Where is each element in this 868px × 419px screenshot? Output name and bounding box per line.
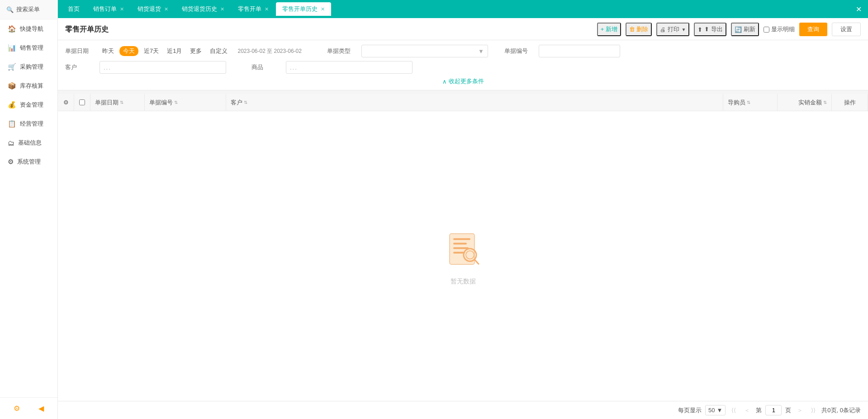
tab-retail-history[interactable]: 零售开单历史 ✕: [276, 2, 331, 16]
date-option-yesterday[interactable]: 昨天: [100, 46, 117, 56]
add-button[interactable]: + 新增: [597, 23, 621, 36]
print-button-label: 打印: [668, 25, 679, 33]
window-close-icon[interactable]: ✕: [853, 4, 864, 14]
settings-button-label: 设置: [840, 26, 852, 33]
th-guide-label: 导购员: [728, 99, 745, 107]
delete-button-label: 🗑 删除: [629, 25, 649, 33]
show-detail-label: 显示明细: [771, 25, 795, 33]
collapse-sidebar-icon[interactable]: ◀: [37, 402, 46, 414]
query-button-label: 查询: [807, 26, 819, 33]
sidebar-item-finance[interactable]: 💰 资金管理: [0, 95, 57, 114]
empty-state: 暂无数据: [58, 111, 868, 401]
sidebar-item-label: 销售管理: [20, 44, 43, 52]
refresh-icon: 🔄: [735, 26, 742, 33]
sidebar-item-system[interactable]: ⚙ 系统管理: [0, 152, 57, 171]
collapse-up-icon: ∧: [442, 78, 447, 85]
next-page-btn[interactable]: ＞: [795, 405, 805, 415]
prev-page-btn[interactable]: ＜: [742, 405, 752, 415]
sidebar-item-inventory[interactable]: 📦 库存核算: [0, 76, 57, 95]
sidebar-item-sales-mgmt[interactable]: 📊 销售管理: [0, 38, 57, 57]
query-button[interactable]: 查询: [799, 23, 827, 36]
filter-area: 单据日期 昨天 今天 近7天 近1月 更多 自定义 2023-06-02 至 2…: [58, 40, 868, 90]
table-area: ⚙ 单据日期 ⇅ 单据编号 ⇅ 客户 ⇅ 导购员: [58, 94, 868, 419]
date-filter-label: 单据日期: [65, 47, 92, 55]
th-ops-label: 操作: [844, 99, 856, 107]
th-guide[interactable]: 导购员 ⇅: [723, 94, 778, 111]
collapse-filters-btn[interactable]: ∧ 收起更多条件: [65, 77, 861, 85]
page-number-input[interactable]: [765, 405, 782, 415]
settings-bottom-icon[interactable]: ⚙: [12, 402, 22, 414]
sidebar-item-basic-info[interactable]: 🗂 基础信息: [0, 133, 57, 152]
total-info: 共0页, 0条记录: [821, 406, 861, 414]
doc-type-arrow-icon: ▼: [478, 48, 484, 55]
sidebar-item-operations[interactable]: 📋 经营管理: [0, 114, 57, 133]
date-option-last7[interactable]: 近7天: [141, 46, 161, 56]
main-area: 首页 销售订单 ✕ 销货退货 ✕ 销货退货历史 ✕ 零售开单 ✕ 零售开单历史 …: [58, 0, 868, 419]
th-checkbox[interactable]: [74, 94, 90, 111]
add-button-label: + 新增: [601, 25, 617, 33]
print-button[interactable]: 🖨 打印 ▼: [656, 23, 689, 36]
date-option-custom[interactable]: 自定义: [207, 46, 230, 56]
tab-sales-return-history[interactable]: 销货退货历史 ✕: [175, 2, 231, 16]
th-date[interactable]: 单据日期 ⇅: [90, 94, 145, 111]
export-button[interactable]: ⬆ ⬆ 导出: [694, 23, 726, 36]
sidebar-item-label: 基础信息: [18, 139, 42, 147]
filter-row-2: 客户 ... 商品 ...: [65, 61, 861, 74]
first-page-btn[interactable]: ⟨⟨: [729, 406, 738, 414]
sidebar-item-label: 系统管理: [17, 158, 41, 166]
gear-icon: ⚙: [8, 158, 14, 166]
settings-button[interactable]: 设置: [832, 23, 861, 36]
th-customer[interactable]: 客户 ⇅: [226, 94, 723, 111]
date-option-today[interactable]: 今天: [119, 46, 138, 56]
page-content: 零售开单历史 + 新增 🗑 删除 🖨 打印 ▼ ⬆ ⬆ 导出: [58, 18, 868, 419]
th-no[interactable]: 单据编号 ⇅: [145, 94, 226, 111]
tab-sales-return[interactable]: 销货退货 ✕: [131, 2, 175, 16]
tab-retail-history-close[interactable]: ✕: [321, 6, 325, 12]
tab-retail-open[interactable]: 零售开单 ✕: [232, 2, 275, 16]
delete-button[interactable]: 🗑 删除: [626, 23, 652, 36]
doc-no-input[interactable]: [539, 45, 620, 57]
svg-rect-2: [453, 243, 467, 245]
sidebar-item-label: 快捷导航: [20, 25, 43, 33]
th-customer-label: 客户: [231, 99, 242, 107]
tab-sales-return-close[interactable]: ✕: [164, 6, 168, 12]
clipboard-icon: 📋: [8, 120, 16, 128]
tab-bar: 首页 销售订单 ✕ 销货退货 ✕ 销货退货历史 ✕ 零售开单 ✕ 零售开单历史 …: [58, 0, 868, 18]
product-input[interactable]: ...: [286, 61, 413, 74]
customer-input[interactable]: ...: [100, 61, 226, 74]
tab-sales-order[interactable]: 销售订单 ✕: [87, 2, 130, 16]
tab-home-label: 首页: [68, 5, 80, 13]
sidebar-search[interactable]: 🔍 搜索采单: [0, 0, 57, 19]
toolbar: + 新增 🗑 删除 🖨 打印 ▼ ⬆ ⬆ 导出 🔄 刷新: [597, 23, 861, 36]
tab-sales-order-close[interactable]: ✕: [120, 6, 124, 12]
th-settings[interactable]: ⚙: [58, 94, 74, 111]
th-date-label: 单据日期: [95, 99, 119, 107]
chart-icon: 📊: [8, 44, 16, 52]
date-option-more[interactable]: 更多: [187, 46, 204, 56]
search-icon: 🔍: [6, 6, 14, 13]
product-placeholder: ...: [290, 64, 298, 71]
sidebar-item-purchase-mgmt[interactable]: 🛒 采购管理: [0, 57, 57, 76]
tab-sales-order-label: 销售订单: [93, 5, 117, 13]
show-detail-checkbox[interactable]: [764, 27, 769, 33]
th-amount-label: 实销金额: [798, 99, 822, 107]
page-size-select[interactable]: 50 ▼: [705, 405, 726, 415]
customer-label: 客户: [65, 63, 92, 71]
sidebar-item-label: 经营管理: [20, 120, 43, 128]
th-amount[interactable]: 实销金额 ⇅: [778, 94, 832, 111]
tab-home[interactable]: 首页: [62, 2, 86, 16]
tab-sales-return-history-label: 销货退货历史: [182, 5, 217, 13]
sidebar-item-quick-nav[interactable]: 🏠 快捷导航: [0, 19, 57, 38]
print-dropdown-icon: ▼: [681, 27, 686, 32]
tab-sales-return-history-close[interactable]: ✕: [220, 6, 224, 12]
export-icon: ⬆: [697, 26, 702, 33]
show-detail-checkbox-label[interactable]: 显示明细: [764, 25, 795, 33]
refresh-button[interactable]: 🔄 刷新: [731, 23, 759, 36]
date-option-last-month[interactable]: 近1月: [164, 46, 185, 56]
select-all-checkbox[interactable]: [79, 99, 85, 105]
doc-type-select[interactable]: ▼: [361, 45, 488, 57]
tab-retail-open-close[interactable]: ✕: [265, 6, 269, 12]
last-page-btn[interactable]: ⟩⟩: [809, 406, 818, 414]
sidebar-item-label: 资金管理: [20, 101, 43, 109]
filter-row-1: 单据日期 昨天 今天 近7天 近1月 更多 自定义 2023-06-02 至 2…: [65, 45, 861, 57]
